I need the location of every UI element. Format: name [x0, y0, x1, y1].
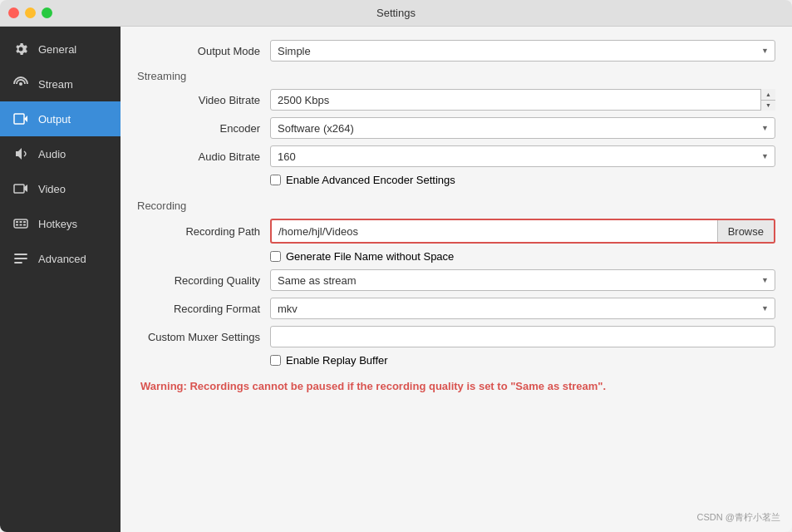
svg-rect-8 — [20, 224, 22, 226]
output-mode-row: Output Mode Simple Advanced — [137, 40, 775, 62]
svg-rect-4 — [16, 221, 18, 223]
hotkeys-icon — [12, 214, 30, 233]
recording-path-input[interactable] — [272, 220, 717, 242]
advanced-encoder-row: Enable Advanced Encoder Settings — [137, 174, 775, 186]
output-mode-select[interactable]: Simple Advanced — [270, 40, 775, 62]
recording-quality-row: Recording Quality Same as stream High Qu… — [137, 269, 775, 291]
audio-bitrate-row: Audio Bitrate 64 96 128 160 192 256 320 — [137, 145, 775, 167]
generate-filename-label: Generate File Name without Space — [286, 250, 454, 263]
replay-buffer-row: Enable Replay Buffer — [137, 354, 775, 367]
sidebar-label-audio: Audio — [38, 148, 66, 160]
sidebar-label-stream: Stream — [38, 78, 73, 91]
sidebar-label-hotkeys: Hotkeys — [38, 218, 77, 230]
recording-section-header: Recording — [137, 200, 775, 212]
video-bitrate-spinners: ▲ ▼ — [760, 89, 775, 111]
video-bitrate-spin-wrapper: ▲ ▼ — [270, 89, 775, 111]
titlebar: Settings — [0, 0, 792, 27]
recording-format-label: Recording Format — [137, 303, 270, 315]
minimize-button[interactable] — [25, 7, 36, 18]
video-bitrate-up[interactable]: ▲ — [761, 89, 775, 101]
window-title: Settings — [376, 7, 416, 19]
sidebar-label-general: General — [38, 43, 76, 56]
video-icon — [12, 180, 30, 198]
maximize-button[interactable] — [42, 7, 52, 18]
svg-rect-1 — [14, 114, 24, 124]
sidebar-item-general[interactable]: General — [0, 32, 121, 66]
audio-icon — [12, 145, 30, 163]
advanced-encoder-label: Enable Advanced Encoder Settings — [286, 174, 455, 186]
close-button[interactable] — [8, 7, 19, 18]
recording-quality-select[interactable]: Same as stream High Quality, Medium File… — [270, 269, 775, 291]
generate-filename-row: Generate File Name without Space — [137, 250, 775, 263]
encoder-select[interactable]: Software (x264) Hardware (NVENC) Hardwar… — [270, 117, 775, 139]
recording-format-row: Recording Format mkv mp4 mov flv ts m3u8 — [137, 298, 775, 319]
recording-path-label: Recording Path — [137, 225, 270, 238]
sidebar-item-advanced[interactable]: Advanced — [0, 241, 121, 276]
sidebar-item-output[interactable]: Output — [0, 101, 121, 136]
svg-point-0 — [19, 82, 22, 86]
svg-rect-5 — [20, 221, 22, 223]
sidebar-label-advanced: Advanced — [38, 253, 86, 265]
main-panel: Output Mode Simple Advanced Streaming Vi… — [121, 27, 792, 532]
svg-rect-3 — [14, 219, 27, 228]
sidebar-label-video: Video — [38, 183, 66, 195]
recording-quality-label: Recording Quality — [137, 274, 270, 287]
recording-format-select[interactable]: mkv mp4 mov flv ts m3u8 — [270, 298, 775, 319]
svg-rect-7 — [16, 224, 18, 226]
custom-muxer-row: Custom Muxer Settings — [137, 326, 775, 347]
stream-icon — [12, 75, 30, 93]
sidebar-item-audio[interactable]: Audio — [0, 136, 121, 171]
sidebar: General Stream — [0, 27, 121, 532]
custom-muxer-label: Custom Muxer Settings — [137, 331, 270, 343]
sidebar-item-video[interactable]: Video — [0, 171, 121, 206]
output-mode-select-wrapper: Simple Advanced — [270, 40, 775, 62]
recording-quality-select-wrapper: Same as stream High Quality, Medium File… — [270, 269, 775, 291]
svg-rect-2 — [14, 185, 24, 193]
recording-path-input-wrap: Browse — [270, 219, 775, 244]
sidebar-label-output: Output — [38, 113, 71, 126]
custom-muxer-input[interactable] — [270, 326, 775, 347]
window-controls — [8, 7, 52, 18]
video-bitrate-row: Video Bitrate ▲ ▼ — [137, 89, 775, 111]
watermark: CSDN @青柠小茗兰 — [697, 511, 780, 524]
output-icon — [12, 110, 30, 128]
advanced-icon — [12, 249, 30, 268]
svg-rect-9 — [23, 224, 26, 226]
output-mode-label: Output Mode — [137, 45, 270, 57]
generate-filename-checkbox[interactable] — [270, 251, 281, 262]
recording-format-select-wrapper: mkv mp4 mov flv ts m3u8 — [270, 298, 775, 319]
replay-buffer-checkbox[interactable] — [270, 355, 281, 366]
warning-text: Warning: Recordings cannot be paused if … — [137, 380, 775, 392]
sidebar-item-hotkeys[interactable]: Hotkeys — [0, 206, 121, 241]
streaming-section-header: Streaming — [137, 70, 775, 82]
encoder-select-wrapper: Software (x264) Hardware (NVENC) Hardwar… — [270, 117, 775, 139]
gear-icon — [12, 40, 30, 58]
replay-buffer-label: Enable Replay Buffer — [286, 354, 388, 367]
encoder-label: Encoder — [137, 122, 270, 135]
audio-bitrate-select-wrapper: 64 96 128 160 192 256 320 — [270, 145, 775, 167]
encoder-row: Encoder Software (x264) Hardware (NVENC)… — [137, 117, 775, 139]
sidebar-item-stream[interactable]: Stream — [0, 66, 121, 101]
browse-button[interactable]: Browse — [717, 220, 774, 242]
video-bitrate-down[interactable]: ▼ — [761, 101, 775, 111]
recording-path-row: Recording Path Browse — [137, 219, 775, 244]
svg-rect-6 — [23, 221, 26, 223]
video-bitrate-label: Video Bitrate — [137, 94, 270, 106]
video-bitrate-input[interactable] — [270, 89, 775, 111]
advanced-encoder-checkbox[interactable] — [270, 175, 281, 185]
audio-bitrate-label: Audio Bitrate — [137, 150, 270, 163]
audio-bitrate-select[interactable]: 64 96 128 160 192 256 320 — [270, 145, 775, 167]
